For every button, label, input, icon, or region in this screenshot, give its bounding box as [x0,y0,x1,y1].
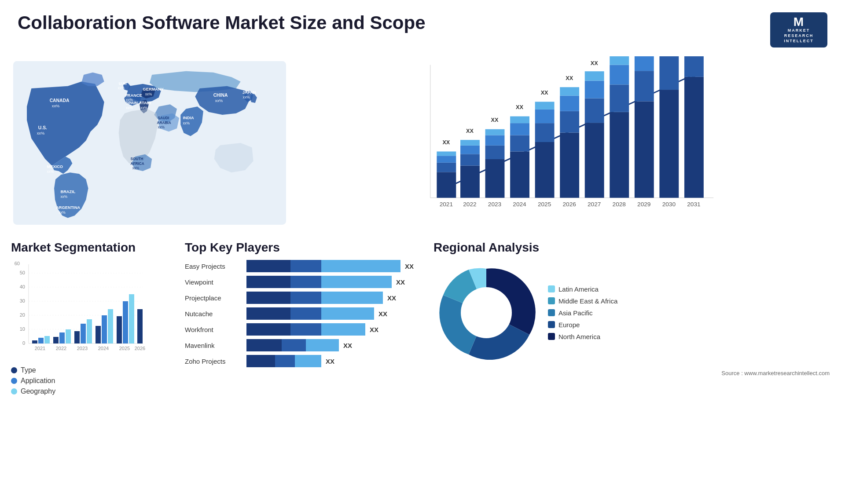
key-players-section: Top Key Players Easy Projects XX Viewpoi… [180,238,427,398]
svg-rect-124 [74,331,80,343]
svg-rect-75 [610,56,629,65]
svg-text:2023: 2023 [77,346,88,351]
logo-letter: M [794,16,804,28]
svg-text:2029: 2029 [637,201,650,208]
svg-text:JAPAN: JAPAN [242,90,256,95]
pie-svg [434,260,539,365]
legend-type: Type [11,366,174,374]
logo-area: M MARKETRESEARCHINTELLECT [770,12,827,47]
svg-text:ARABIA: ARABIA [157,121,171,125]
svg-text:2030: 2030 [662,201,676,208]
svg-rect-132 [129,294,134,343]
player-bar: XX [246,339,422,351]
svg-text:xx%: xx% [118,86,125,90]
svg-rect-68 [585,99,604,123]
svg-text:20: 20 [20,312,25,318]
svg-text:2028: 2028 [613,201,626,208]
svg-rect-65 [560,87,579,96]
svg-rect-63 [560,111,579,133]
player-value: XX [378,310,387,318]
svg-rect-57 [535,142,555,198]
player-row: Easy Projects XX [185,260,422,272]
svg-text:2021: 2021 [440,201,453,208]
svg-rect-47 [485,159,505,198]
svg-text:CHINA: CHINA [213,93,228,98]
player-bar: XX [246,323,422,336]
player-name: Nutcache [185,310,242,318]
svg-text:2022: 2022 [56,346,66,351]
regional-title: Regional Analysis [434,241,834,255]
segmentation-legend: Type Application Geography [11,366,174,395]
svg-text:2024: 2024 [98,346,109,351]
player-row: Projectplace XX [185,292,422,304]
player-name: Projectplace [185,294,242,302]
svg-rect-131 [123,301,128,343]
svg-text:2022: 2022 [463,201,476,208]
svg-rect-38 [437,163,456,172]
svg-rect-79 [635,56,654,71]
type-dot [11,367,17,373]
north-america-label: North America [558,333,600,340]
svg-text:xx%: xx% [132,166,140,170]
svg-text:BRAZIL: BRAZIL [60,190,75,194]
svg-text:xx%: xx% [47,170,54,174]
svg-text:xx%: xx% [145,92,152,96]
svg-rect-64 [560,96,579,111]
svg-rect-126 [87,319,92,343]
map-section: CANADA xx% U.S. xx% MEXICO xx% BRAZIL xx… [9,52,290,234]
svg-text:XX: XX [442,139,450,146]
north-america-color [548,333,555,340]
svg-text:XX: XX [516,104,523,110]
player-row: Workfront XX [185,323,422,336]
svg-rect-44 [460,146,480,154]
svg-rect-74 [610,65,629,85]
svg-text:2027: 2027 [588,201,601,208]
player-bar: XX [246,307,422,320]
player-name: Viewpoint [185,278,242,286]
geography-dot [11,388,17,394]
svg-text:XX: XX [591,60,598,66]
svg-rect-119 [38,338,44,343]
legend-type-label: Type [21,366,36,374]
svg-text:xx%: xx% [243,95,250,99]
asia-pacific-color [548,309,555,316]
svg-rect-72 [610,112,629,198]
player-name: Zoho Projects [185,358,242,365]
svg-text:xx%: xx% [37,131,45,135]
svg-text:2021: 2021 [35,346,45,351]
svg-text:xx%: xx% [59,211,66,215]
players-list: Easy Projects XX Viewpoint [185,260,422,367]
svg-text:xx%: xx% [183,121,190,125]
player-name: Easy Projects [185,263,242,270]
legend-application: Application [11,377,174,385]
svg-text:MEXICO: MEXICO [47,164,63,169]
svg-rect-58 [535,123,555,142]
svg-rect-55 [510,117,529,124]
svg-rect-37 [437,172,456,198]
svg-text:30: 30 [20,298,25,303]
svg-rect-40 [437,151,456,156]
svg-rect-77 [635,101,654,197]
svg-text:xx%: xx% [52,104,60,108]
segmentation-title: Market Segmentation [11,241,174,255]
svg-rect-62 [560,133,579,198]
svg-text:INDIA: INDIA [183,116,194,120]
svg-text:2025: 2025 [538,201,551,208]
svg-rect-70 [585,71,604,80]
svg-rect-43 [460,154,480,165]
player-bar: XX [246,276,422,288]
svg-rect-54 [510,123,529,135]
world-map: CANADA xx% U.S. xx% MEXICO xx% BRAZIL xx… [13,56,286,230]
svg-text:SAUDI: SAUDI [158,116,169,120]
svg-text:2026: 2026 [135,346,145,351]
player-value: XX [387,294,396,302]
svg-rect-121 [53,337,59,343]
asia-pacific-label: Asia Pacific [558,309,593,317]
svg-rect-60 [535,102,555,110]
regional-section: Regional Analysis [431,238,836,398]
svg-rect-87 [684,77,704,198]
svg-rect-120 [44,336,50,343]
player-value: XX [370,326,378,333]
player-row: Zoho Projects XX [185,355,422,367]
svg-rect-48 [485,146,505,159]
